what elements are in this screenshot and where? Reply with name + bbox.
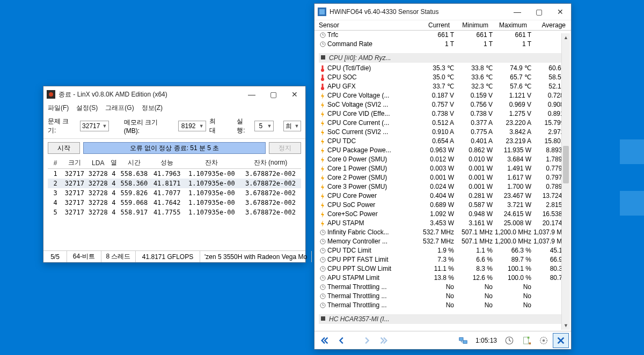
col-current[interactable]: Current <box>411 21 450 29</box>
sensor-value: 13.8 % <box>415 273 454 283</box>
col-maximum[interactable]: Maximum <box>488 21 527 29</box>
memory-size-label: 메모리 크기 (MB): <box>124 118 175 135</box>
sensor-value: 35.0 ℃ <box>415 73 454 82</box>
table-cell: 4 <box>110 208 118 217</box>
sensor-row[interactable]: SoC Voltage (SVI2 ...0.757 V0.756 V0.969… <box>319 100 570 109</box>
sensor-row[interactable]: APU GFX33.7 ℃32.3 ℃57.6 ℃52.1 ℃ <box>319 82 570 91</box>
sensor-row[interactable]: CPU Core VID (Effe...0.738 V0.738 V1.275… <box>319 109 570 119</box>
menu-settings[interactable]: 설정(S) <box>76 103 98 113</box>
sensor-group-header[interactable]: HC HCAR357-MI (I... <box>319 314 570 324</box>
sensor-row[interactable]: Core 0 Power (SMU)0.012 W0.010 W3.684 W1… <box>319 155 570 164</box>
nav-back-button[interactable] <box>334 333 350 348</box>
sensor-value: No <box>493 292 531 301</box>
hwinfo-close-button[interactable]: ✕ <box>550 4 571 20</box>
sensor-value: 0.001 W <box>454 173 493 182</box>
stop-button[interactable]: 정지 <box>269 142 301 154</box>
sensor-name: Memory Controller ... <box>327 237 415 246</box>
sensor-row[interactable]: CPU Package Powe...0.963 W0.862 W11.935 … <box>319 146 570 155</box>
start-button[interactable]: 시작 <box>48 142 80 154</box>
linx-maximize-button[interactable]: ▢ <box>262 86 284 102</box>
linx-titlebar[interactable]: 종료 - LinX v0.8.0K AMD Edition (x64) — ▢ … <box>43 86 305 102</box>
desktop-accent-block <box>620 139 644 164</box>
status-cpu: 'zen 5 3550H with Radeon Vega Mo <box>200 251 312 262</box>
sensor-row[interactable]: APU STAPM Limit13.8 %12.6 %100.0 %80.7 % <box>319 273 570 283</box>
runs-combo[interactable]: 5 ▼ <box>254 121 274 131</box>
network-icon[interactable] <box>455 333 471 348</box>
linx-col-header: 시간 <box>118 157 150 169</box>
chip-icon <box>320 54 327 62</box>
sensor-row[interactable]: Command Rate1 T1 T1 T <box>319 40 570 49</box>
sensor-value: 33.7 ℃ <box>415 82 454 91</box>
sensor-row[interactable]: APU STAPM3.453 W3.161 W25.008 W20.174 W <box>319 219 570 228</box>
hwinfo-minimize-button[interactable]: — <box>507 4 528 20</box>
table-cell: 4 <box>110 188 118 198</box>
bolt-icon <box>319 102 326 108</box>
sensor-row[interactable]: CPU PPT FAST Limit7.3 %6.6 %89.7 %66.9 % <box>319 255 570 264</box>
scroll-up-icon[interactable]: ▲ <box>562 33 570 42</box>
sensor-value: 35.3 ℃ <box>415 64 454 73</box>
sensor-row[interactable]: CPU Core Current (...0.512 A0.377 A23.22… <box>319 119 570 128</box>
linx-menu: 파일(F) 설정(S) 그래프(G) 정보(Z) <box>43 102 305 115</box>
linx-close-button[interactable]: ✕ <box>284 86 305 102</box>
sensor-row[interactable]: Infinity Fabric Clock...532.7 MHz507.1 M… <box>319 228 570 237</box>
sensor-row[interactable]: Core 3 Power (SMU)0.024 W0.001 W1.700 W0… <box>319 182 570 191</box>
hwinfo-titlebar[interactable]: HWiNFO64 v6.40-4330 Sensor Status — ▢ ✕ <box>314 4 571 20</box>
table-cell: 3.678872e-002 <box>240 208 301 217</box>
clock-icon[interactable] <box>501 333 517 348</box>
hwinfo-maximize-button[interactable]: ▢ <box>528 4 550 20</box>
sensor-value: 0.001 W <box>454 164 493 173</box>
col-minimum[interactable]: Minimum <box>450 21 488 29</box>
hwinfo-scrollbar[interactable]: ▲ ▼ <box>561 33 570 330</box>
sensor-row[interactable]: Trfc661 T661 T661 T <box>319 31 570 40</box>
sensor-group-header[interactable]: CPU [#0]: AMD Ryz... <box>319 53 570 63</box>
problem-size-combo[interactable]: 32717 ▼ <box>80 121 109 131</box>
linx-run-row: 시작 오류 없이 정상 종료: 51 분 5 초 정지 <box>43 139 305 157</box>
table-row[interactable]: 232717327284558.36041.81711.107935e-003.… <box>48 179 301 188</box>
linx-minimize-button[interactable]: — <box>241 86 262 102</box>
sensor-row[interactable]: Memory Controller ...532.7 MHz507.1 MHz1… <box>319 237 570 246</box>
progress-bar: 오류 없이 정상 종료: 51 분 5 초 <box>83 142 266 154</box>
nav-first-button[interactable] <box>317 333 333 348</box>
sensor-row[interactable]: Core+SoC Power1.092 W0.948 W24.615 W16.5… <box>319 210 570 219</box>
scroll-down-icon[interactable]: ▼ <box>562 321 570 330</box>
sensor-row[interactable]: CPU SoC Power0.689 W0.587 W3.721 W2.815 … <box>319 201 570 210</box>
all-combo[interactable]: 희 ▼ <box>283 121 301 131</box>
sensor-value: 0.738 V <box>454 109 493 119</box>
scroll-thumb[interactable] <box>563 146 569 183</box>
hwinfo-toolbar: 1:05:13 <box>314 331 571 349</box>
table-row[interactable]: 432717327284559.06841.76421.107935e-003.… <box>48 198 301 208</box>
col-average[interactable]: Average <box>527 21 566 29</box>
table-row[interactable]: 132717327284558.63841.79631.107935e-003.… <box>48 169 301 179</box>
sensor-value: 74.9 ℃ <box>493 64 531 73</box>
sensor-row[interactable]: Thermal Throttling ...NoNoNoNo <box>319 283 570 292</box>
menu-graph[interactable]: 그래프(G) <box>105 103 134 113</box>
settings-button[interactable] <box>536 333 552 348</box>
sensor-row[interactable]: CPU SOC35.0 ℃33.6 ℃65.7 ℃58.5 ℃ <box>319 73 570 82</box>
clock-icon <box>319 239 326 245</box>
sensor-row[interactable]: CPU TDC Limit1.9 %1.1 %66.3 %45.1 % <box>319 246 570 255</box>
memory-size-combo[interactable]: 8192 ▼ <box>178 121 206 131</box>
sensor-row[interactable]: Core 2 Power (SMU)0.001 W0.001 W1.617 W0… <box>319 173 570 182</box>
nav-forward-button[interactable] <box>358 333 375 348</box>
sensor-row[interactable]: SoC Current (SVI2 ...0.910 A0.775 A3.842… <box>319 128 570 137</box>
sensor-row[interactable]: CPU (Tctl/Tdie)35.3 ℃33.8 ℃74.9 ℃60.6 ℃ <box>319 64 570 73</box>
sensor-value: 1 T <box>415 40 454 49</box>
table-cell: 3.678872e-002 <box>240 188 301 198</box>
sensor-row[interactable]: Thermal Throttling ...NoNoNoNo <box>319 292 570 301</box>
sensor-row[interactable]: Core 1 Power (SMU)0.003 W0.001 W1.491 W0… <box>319 164 570 173</box>
table-row[interactable]: 332717327284559.82641.70771.107935e-003.… <box>48 188 301 198</box>
sensor-row[interactable]: Thermal Throttling ...NoNoNoNo <box>319 301 570 310</box>
menu-info[interactable]: 정보(Z) <box>142 103 163 113</box>
nav-last-button[interactable] <box>376 333 392 348</box>
toolbar-close-button[interactable] <box>553 333 569 348</box>
col-sensor[interactable]: Sensor <box>319 21 411 29</box>
menu-file[interactable]: 파일(F) <box>48 103 69 113</box>
log-button[interactable] <box>518 333 535 348</box>
linx-app-icon <box>47 90 55 99</box>
sensor-row[interactable]: CPU TDC0.654 A0.401 A23.219 A15.801 A <box>319 137 570 146</box>
sensor-row[interactable]: CPU PPT SLOW Limit11.1 %8.3 %100.1 %80.3… <box>319 264 570 273</box>
sensor-row[interactable]: CPU Core Power0.404 W0.281 W23.467 W13.7… <box>319 191 570 201</box>
sensor-row[interactable]: CPU Core Voltage (...0.187 V0.159 V1.121… <box>319 91 570 100</box>
sensor-value: 12.6 % <box>454 273 493 283</box>
table-row[interactable]: 532717327284558.91741.77551.107935e-003.… <box>48 208 301 217</box>
